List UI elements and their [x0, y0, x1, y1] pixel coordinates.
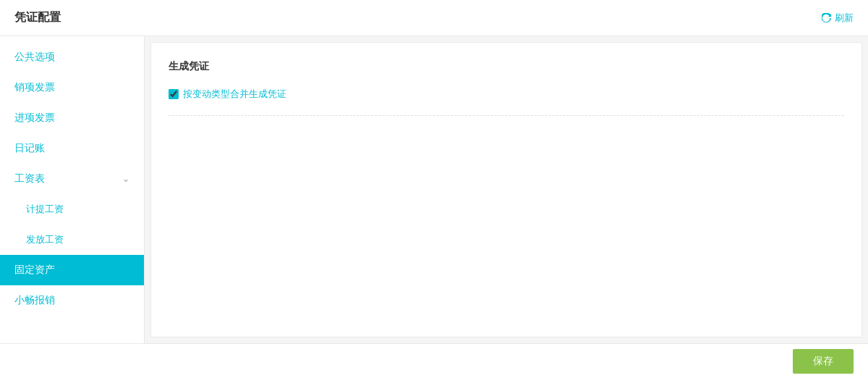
sidebar-item-label: 固定资产	[14, 264, 55, 277]
merge-voucher-checkbox-item[interactable]: 按变动类型合并生成凭证	[169, 88, 286, 101]
sidebar-item-journal[interactable]: 日记账	[0, 133, 144, 164]
page-footer: 保存	[0, 343, 868, 378]
sidebar-item-expense[interactable]: 小畅报销	[0, 285, 144, 316]
sidebar-item-label: 公共选项	[14, 51, 55, 64]
refresh-label: 刷新	[835, 12, 854, 25]
chevron-down-icon: ⌄	[122, 174, 129, 184]
sidebar-item-public[interactable]: 公共选项	[0, 42, 144, 72]
section-divider	[169, 115, 844, 116]
sidebar-item-label: 发放工资	[26, 233, 64, 246]
sidebar-item-sales-invoice[interactable]: 销项发票	[0, 72, 144, 103]
sidebar-item-purchase-invoice[interactable]: 进项发票	[0, 103, 144, 133]
merge-voucher-checkbox[interactable]	[169, 89, 179, 99]
sidebar: 公共选项 销项发票 进项发票 日记账 工资表 ⌄ 计提工资 发放工资 固定资产 …	[0, 36, 145, 343]
sidebar-item-pay-wages[interactable]: 发放工资	[0, 224, 144, 255]
sidebar-item-label: 进项发票	[14, 112, 55, 125]
save-button[interactable]: 保存	[793, 349, 854, 374]
main-content: 公共选项 销项发票 进项发票 日记账 工资表 ⌄ 计提工资 发放工资 固定资产 …	[0, 36, 868, 343]
sidebar-item-label: 小畅报销	[14, 294, 55, 307]
sidebar-item-accrued-wages[interactable]: 计提工资	[0, 194, 144, 224]
merge-voucher-label: 按变动类型合并生成凭证	[183, 88, 286, 101]
content-area: 生成凭证 按变动类型合并生成凭证	[150, 42, 862, 337]
refresh-icon	[822, 13, 832, 23]
sidebar-item-label: 日记账	[14, 142, 45, 155]
sidebar-item-label: 工资表	[14, 172, 45, 185]
sidebar-item-fixed-assets[interactable]: 固定资产	[0, 255, 144, 285]
page-header: 凭证配置 刷新	[0, 0, 868, 36]
sidebar-item-payroll[interactable]: 工资表 ⌄	[0, 164, 144, 194]
sidebar-item-label: 计提工资	[26, 203, 64, 216]
page-title: 凭证配置	[14, 10, 61, 25]
checkbox-row: 按变动类型合并生成凭证	[169, 88, 844, 101]
section-title: 生成凭证	[169, 60, 844, 73]
sidebar-item-label: 销项发票	[14, 81, 55, 94]
refresh-button[interactable]: 刷新	[822, 12, 854, 25]
